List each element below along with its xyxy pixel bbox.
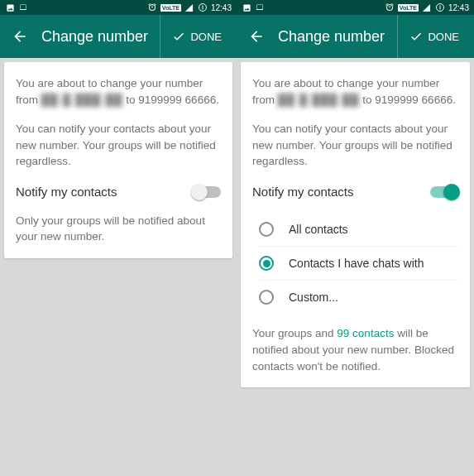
done-button[interactable]: DONE (160, 15, 233, 58)
footer-text: Your groups and 99 contacts will be noti… (252, 325, 458, 374)
app-bar: Change number DONE (237, 15, 474, 58)
laptop-icon (18, 2, 28, 12)
data-icon (435, 2, 445, 12)
volte-badge: VoLTE (160, 4, 181, 12)
done-label: DONE (428, 31, 459, 43)
screen-left: VoLTE 12:43 Change number DONE You are a… (0, 0, 237, 476)
done-button[interactable]: DONE (397, 15, 471, 58)
notify-options: All contacts Contacts I have chats with … (259, 213, 458, 315)
card: You are about to change your number from… (4, 62, 232, 258)
notify-toggle-row: Notify my contacts (16, 183, 221, 201)
arrow-back-icon (248, 28, 265, 45)
footer-text: Only your groups will be notified about … (16, 213, 221, 245)
option-chats-contacts[interactable]: Contacts I have chats with (259, 247, 458, 281)
intro-text: You are about to change your number from… (16, 75, 221, 108)
card: You are about to change your number from… (241, 62, 470, 387)
notify-toggle-label: Notify my contacts (252, 183, 354, 201)
signal-icon (422, 2, 432, 12)
option-label: Custom... (289, 289, 338, 305)
intro-text: You are about to change your number from… (252, 75, 458, 108)
notify-toggle[interactable] (193, 186, 221, 198)
notify-toggle-label: Notify my contacts (16, 183, 117, 201)
app-bar: Change number DONE (0, 15, 237, 58)
volte-badge: VoLTE (398, 4, 419, 12)
status-bar: VoLTE 12:43 (0, 0, 237, 15)
screen-right: VoLTE 12:43 Change number DONE You are a… (237, 0, 474, 476)
status-time: 12:43 (448, 3, 469, 12)
intro-suffix: to 9199999 66666. (360, 94, 456, 106)
content-area: You are about to change your number from… (0, 58, 237, 476)
footer-prefix: Your groups and (252, 327, 337, 339)
notify-paragraph: You can notify your contacts about your … (252, 121, 458, 170)
notify-paragraph: You can notify your contacts about your … (16, 121, 221, 170)
arrow-back-icon (12, 28, 28, 45)
status-bar: VoLTE 12:43 (237, 0, 474, 15)
alarm-icon (385, 2, 395, 12)
signal-icon (184, 2, 194, 12)
option-all-contacts[interactable]: All contacts (259, 213, 458, 247)
contacts-count-link[interactable]: 99 contacts (337, 327, 394, 339)
radio-icon (259, 256, 274, 271)
option-label: All contacts (289, 221, 348, 238)
radio-icon (259, 222, 274, 237)
intro-suffix: to 9199999 66666. (123, 94, 219, 106)
option-custom[interactable]: Custom... (259, 281, 458, 314)
check-icon (409, 30, 423, 43)
notify-toggle[interactable] (430, 186, 458, 198)
status-time: 12:43 (211, 3, 232, 12)
back-button[interactable] (240, 20, 273, 53)
option-label: Contacts I have chats with (289, 255, 424, 272)
check-icon (172, 30, 185, 43)
app-bar-title: Change number (41, 28, 160, 46)
done-label: DONE (190, 31, 222, 43)
picture-icon (5, 2, 15, 12)
radio-icon (259, 290, 274, 305)
data-icon (198, 2, 208, 12)
picture-icon (242, 2, 251, 12)
app-bar-title: Change number (278, 28, 397, 46)
back-button[interactable] (3, 20, 36, 53)
content-area: You are about to change your number from… (237, 58, 474, 476)
alarm-icon (147, 2, 157, 12)
hidden-old-number: ██ █ ███ ██ (41, 94, 123, 106)
laptop-icon (255, 2, 265, 12)
hidden-old-number: ██ █ ███ ██ (278, 94, 360, 106)
notify-toggle-row: Notify my contacts (252, 183, 458, 201)
